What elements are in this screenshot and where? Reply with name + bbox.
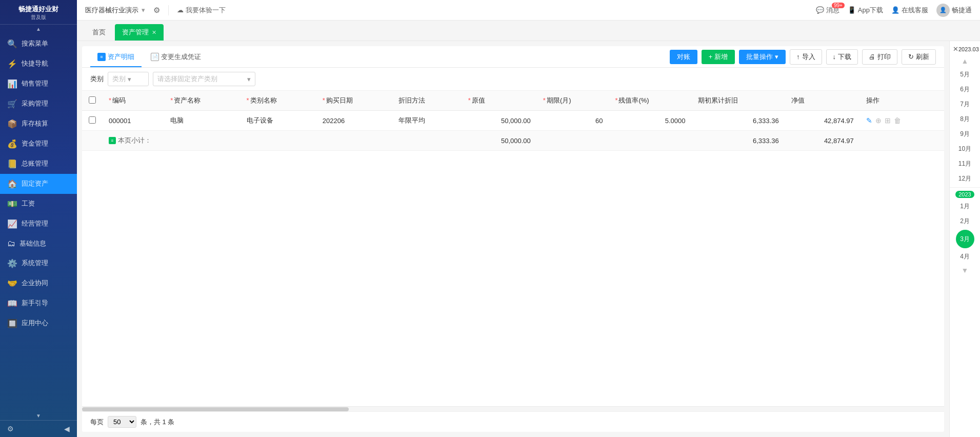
sidebar-item-operation[interactable]: 📈经营管理 bbox=[0, 214, 77, 234]
panel-month-10月[interactable]: 10月 bbox=[958, 142, 971, 156]
pagination: 每页 50 100 条，共 1 条 bbox=[82, 411, 944, 432]
sidebar-item-cooperation[interactable]: 🤝企业协同 bbox=[0, 273, 77, 293]
print-label: 打印 bbox=[877, 52, 891, 62]
collapse-icon[interactable]: ◀ bbox=[64, 425, 70, 433]
panel-month-11月[interactable]: 11月 bbox=[958, 156, 971, 171]
subtab-change-voucher[interactable]: 📄 变更生成凭证 bbox=[144, 48, 208, 67]
refresh-button[interactable]: ↻ 刷新 bbox=[902, 49, 936, 65]
refresh-icon: ↻ bbox=[908, 53, 914, 61]
col-net-value: 净值 bbox=[785, 91, 860, 111]
sidebar-item-base-info[interactable]: 🗂基础信息 bbox=[0, 234, 77, 253]
company-selector[interactable]: 医疗器械行业演示 ▾ bbox=[85, 6, 145, 15]
category-select-placeholder: 类别 bbox=[112, 74, 126, 84]
panel-close-icon[interactable]: ✕ bbox=[953, 45, 958, 53]
sidebar-logo-title: 畅捷通好业财 bbox=[18, 5, 58, 14]
cell-actions: ✎ ⊕ ⊞ 🗑 bbox=[860, 111, 944, 131]
panel-month-8月[interactable]: 8月 bbox=[958, 112, 971, 127]
batch-dropdown-icon: ▾ bbox=[775, 53, 778, 61]
customer-service-button[interactable]: 👤 在线客服 bbox=[891, 6, 928, 15]
cell-name: 电脑 bbox=[164, 111, 240, 131]
new-button[interactable]: + 新增 bbox=[702, 50, 735, 64]
user-avatar-area[interactable]: 👤 畅捷通 bbox=[936, 4, 972, 17]
subtabs-bar: ≡ 资产明细 📄 变更生成凭证 对账 + 新增 bbox=[82, 46, 944, 68]
table-scrollbar[interactable] bbox=[82, 406, 944, 411]
reconcile-button[interactable]: 对账 bbox=[670, 50, 697, 64]
sidebar-item-guide[interactable]: 📖新手引导 bbox=[0, 293, 77, 313]
panel-month-2023-2月[interactable]: 2月 bbox=[956, 214, 974, 229]
page-content: ≡ 资产明细 📄 变更生成凭证 对账 + 新增 bbox=[77, 41, 980, 437]
row-checkbox-cell bbox=[82, 111, 103, 131]
col-category: *类别名称 bbox=[241, 91, 316, 111]
panel-month-7月[interactable]: 7月 bbox=[958, 97, 971, 112]
subtotal-empty bbox=[82, 131, 103, 151]
category-select[interactable]: 类别 ▾ bbox=[108, 72, 149, 86]
toolbar: 对账 + 新增 批量操作 ▾ ↑ 导入 ↓ bbox=[670, 49, 936, 65]
message-badge: 99+ bbox=[832, 3, 845, 8]
sidebar-item-fixed-assets[interactable]: 🏠固定资产 bbox=[0, 174, 77, 194]
edit-icon[interactable]: ✎ bbox=[866, 116, 872, 125]
experience-button[interactable]: ☁ 我要体验一下 bbox=[177, 6, 226, 15]
panel-month-2023-1月[interactable]: 1月 bbox=[956, 199, 974, 214]
panel-month-12月[interactable]: 12月 bbox=[958, 171, 971, 186]
batch-button[interactable]: 批量操作 ▾ bbox=[739, 50, 786, 64]
asset-table-container: *编码 *资产名称 *类别名称 *购买日期 折旧方法 *原值 *期限(月) *残… bbox=[82, 91, 944, 406]
operation-label: 经营管理 bbox=[22, 219, 48, 228]
sidebar-item-inventory[interactable]: 📦库存核算 bbox=[0, 114, 77, 134]
app-label: App下载 bbox=[858, 6, 883, 15]
scrollbar-thumb[interactable] bbox=[82, 407, 349, 411]
cooperation-label: 企业协同 bbox=[22, 279, 48, 288]
download-button[interactable]: ↓ 下载 bbox=[826, 49, 858, 65]
subtab-change-voucher-label: 变更生成凭证 bbox=[161, 52, 201, 62]
tab-home-label: 首页 bbox=[92, 28, 106, 37]
panel-month-2023-4月[interactable]: 4月 bbox=[956, 249, 974, 264]
select-all-checkbox[interactable] bbox=[89, 96, 96, 104]
import-button[interactable]: ↑ 导入 bbox=[790, 49, 822, 65]
sidebar-scroll-up[interactable]: ▲ bbox=[0, 25, 77, 34]
tab-home[interactable]: 首页 bbox=[85, 24, 113, 41]
row-checkbox[interactable] bbox=[89, 116, 96, 124]
delete-icon[interactable]: 🗑 bbox=[894, 116, 901, 125]
sidebar-scroll-down[interactable]: ▼ bbox=[0, 411, 77, 420]
asset-category-select[interactable]: 请选择固定资产类别 ▾ bbox=[153, 72, 255, 86]
topbar-right: 💬 消息 99+ 📱 App下载 👤 在线客服 👤 畅捷通 bbox=[816, 4, 972, 17]
tab-asset-mgmt-close[interactable]: ✕ bbox=[152, 29, 156, 36]
panel-scroll-down[interactable]: ▼ bbox=[959, 264, 971, 276]
col-operation: 操作 bbox=[860, 91, 944, 111]
col-depreciation: 折旧方法 bbox=[392, 91, 462, 111]
copy-icon[interactable]: ⊕ bbox=[875, 116, 882, 125]
panel-month-2023-3月[interactable]: 3月 bbox=[956, 230, 974, 248]
tabbar: 首页 资产管理 ✕ bbox=[77, 21, 980, 41]
content-card: ≡ 资产明细 📄 变更生成凭证 对账 + 新增 bbox=[82, 46, 944, 432]
per-page-label: 每页 bbox=[90, 418, 104, 427]
category-select-arrow: ▾ bbox=[128, 75, 131, 83]
print-button[interactable]: 🖨 打印 bbox=[862, 49, 897, 65]
message-button[interactable]: 💬 消息 99+ bbox=[816, 6, 839, 15]
sidebar-item-purchase[interactable]: 🛒采购管理 bbox=[0, 94, 77, 114]
sidebar-item-fund[interactable]: 💰资金管理 bbox=[0, 134, 77, 154]
panel-scroll-up[interactable]: ▲ bbox=[959, 55, 971, 67]
sidebar-item-quick-nav[interactable]: ⚡快捷导航 bbox=[0, 54, 77, 74]
subtotal-icon: ≡ bbox=[109, 137, 116, 144]
sidebar-item-app-center[interactable]: 🔲应用中心 bbox=[0, 313, 77, 333]
topbar-settings-icon[interactable]: ⚙ bbox=[153, 6, 160, 15]
panel-month-6月[interactable]: 6月 bbox=[958, 82, 971, 97]
panel-month-9月[interactable]: 9月 bbox=[958, 127, 971, 142]
per-page-select[interactable]: 50 100 bbox=[108, 416, 136, 428]
table-header-row: *编码 *资产名称 *类别名称 *购买日期 折旧方法 *原值 *期限(月) *残… bbox=[82, 91, 944, 111]
panel-month-5月[interactable]: 5月 bbox=[958, 67, 971, 82]
service-icon: 👤 bbox=[891, 6, 899, 14]
base-info-label: 基础信息 bbox=[19, 239, 46, 248]
import-label: 导入 bbox=[802, 52, 815, 62]
sidebar-item-ledger[interactable]: 📒总账管理 bbox=[0, 154, 77, 174]
more-icon[interactable]: ⊞ bbox=[885, 116, 891, 125]
cell-net-value: 42,874.97 bbox=[785, 111, 860, 131]
sidebar-item-payroll[interactable]: 💵工资 bbox=[0, 194, 77, 214]
sidebar-item-sales[interactable]: 📊销售管理 bbox=[0, 74, 77, 94]
app-download-button[interactable]: 📱 App下载 bbox=[848, 6, 883, 15]
sidebar-item-system[interactable]: ⚙️系统管理 bbox=[0, 253, 77, 273]
tab-asset-mgmt[interactable]: 资产管理 ✕ bbox=[115, 24, 164, 41]
sidebar-item-search-menu[interactable]: 🔍搜索菜单 bbox=[0, 34, 77, 54]
subtab-asset-detail[interactable]: ≡ 资产明细 bbox=[90, 48, 142, 67]
category-label: 类别 bbox=[90, 74, 104, 84]
settings-icon[interactable]: ⚙ bbox=[7, 425, 14, 433]
